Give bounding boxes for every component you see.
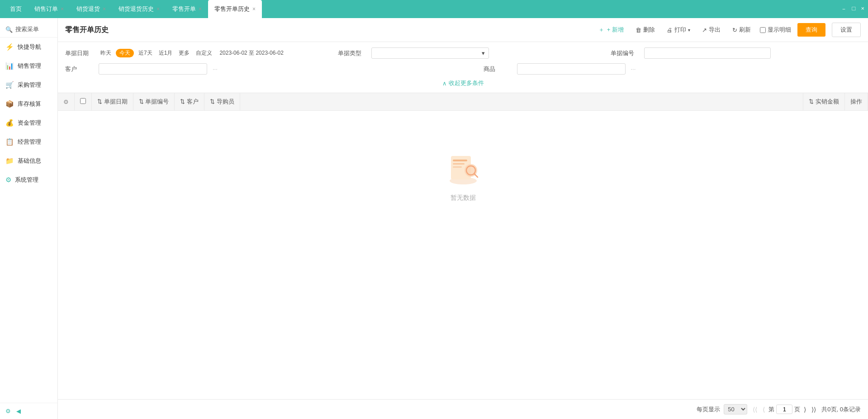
sidebar-item-operations[interactable]: 📋 经营管理 (0, 132, 57, 151)
display-detail-toggle[interactable]: 显示明细 (760, 26, 791, 34)
filter-area: 单据日期 昨天 今天 近7天 近1月 更多 自定义 2023-06-02 至 2… (58, 42, 868, 93)
page-input[interactable] (776, 405, 792, 414)
tab-retail-open-history[interactable]: 零售开单历史 × (208, 0, 262, 18)
date-btn-custom[interactable]: 自定义 (194, 49, 214, 57)
delete-icon: 🗑 (636, 27, 641, 33)
table-header: ⚙ ⇅ 单据日期 ⇅ 单据编号 (58, 93, 868, 111)
svg-line-7 (474, 174, 478, 177)
select-all-checkbox[interactable] (80, 98, 86, 104)
query-button[interactable]: 查询 (797, 23, 825, 37)
sidebar-item-system[interactable]: ⚙ 系统管理 (0, 170, 57, 189)
data-table: ⚙ ⇅ 单据日期 ⇅ 单据编号 (58, 93, 868, 111)
last-page-btn[interactable]: ⟩⟩ (810, 405, 818, 414)
date-col-header: ⇅ 单据日期 (92, 93, 133, 111)
goods-filter-label: 商品 (484, 65, 511, 73)
date-btn-more[interactable]: 更多 (177, 49, 191, 57)
sidebar-item-inventory[interactable]: 📦 库存核算 (0, 94, 57, 113)
purchase-mgmt-icon: 🛒 (5, 81, 14, 89)
doc-type-label: 单据类型 (338, 49, 365, 57)
add-icon: ＋ (598, 26, 604, 34)
delete-button[interactable]: 🗑 删除 (633, 24, 658, 36)
checkbox-col-header (75, 93, 92, 111)
table-area: ⚙ ⇅ 单据日期 ⇅ 单据编号 (58, 93, 868, 399)
total-info: 共0页, 0条记录 (821, 405, 861, 414)
quick-nav-icon: ⚡ (5, 43, 14, 51)
refresh-icon: ↻ (732, 27, 737, 33)
date-filter-label: 单据日期 (65, 49, 92, 57)
export-icon: ↗ (702, 27, 707, 33)
date-filter-group: 单据日期 昨天 今天 近7天 近1月 更多 自定义 2023-06-02 至 2… (65, 49, 315, 57)
display-detail-checkbox[interactable] (760, 27, 766, 33)
close-tab-sales-return[interactable]: × (103, 6, 106, 12)
export-button[interactable]: ↗ 导出 (699, 24, 723, 36)
next-page-btn[interactable]: ⟩ (802, 405, 808, 414)
page-title: 零售开单历史 (65, 25, 596, 35)
print-dropdown-icon: ▾ (688, 28, 690, 33)
close-tab-sales-order[interactable]: × (61, 6, 64, 12)
per-page-select[interactable]: 50 10 20 100 (724, 404, 747, 414)
spacer-col-header (240, 93, 803, 111)
empty-icon (443, 147, 484, 188)
page-nav: ⟨⟨ ⟨ 第 页 ⟩ ⟩⟩ (751, 405, 818, 414)
add-button[interactable]: ＋ + 新增 (596, 24, 626, 36)
close-btn[interactable]: × (861, 5, 864, 13)
date-btn-week[interactable]: 近7天 (137, 49, 154, 57)
tab-sales-return-history[interactable]: 销货退货历史 × (112, 0, 166, 18)
window-controls: － □ × (841, 5, 864, 13)
tab-sales-return[interactable]: 销货退货 × (70, 0, 112, 18)
goods-filter-group: 商品 ··· (484, 63, 861, 75)
goods-input[interactable] (517, 63, 626, 75)
close-tab-retail-open[interactable]: × (199, 6, 202, 12)
refresh-button[interactable]: ↻ 刷新 (730, 24, 754, 36)
svg-rect-4 (453, 166, 462, 168)
print-button[interactable]: 🖨 打印 ▾ (664, 24, 693, 36)
actions-col-header: 操作 (845, 93, 868, 111)
customer-input[interactable] (99, 63, 207, 75)
first-page-btn[interactable]: ⟨⟨ (751, 405, 759, 414)
close-tab-sales-return-history[interactable]: × (157, 6, 160, 12)
toolbar-actions: ＋ + 新增 🗑 删除 🖨 打印 ▾ ↗ 导出 ↻ (596, 23, 861, 37)
amount-col-header: ⇅ 实销金额 (803, 93, 845, 111)
main-area: 🔍 搜索采单 ⚡ 快捷导航 📊 销售管理 🛒 采购管理 📦 库存核算 💰 资金管… (0, 18, 868, 419)
date-btn-today[interactable]: 今天 (116, 49, 134, 57)
customer-dots[interactable]: ··· (211, 66, 219, 72)
settings-button[interactable]: 设置 (832, 23, 861, 37)
tab-home[interactable]: 首页 (4, 0, 28, 18)
pagination-bar: 每页显示 50 10 20 100 ⟨⟨ ⟨ 第 页 ⟩ ⟩⟩ 共0页, 0条记… (58, 399, 868, 419)
sidebar-item-quick-nav[interactable]: ⚡ 快捷导航 (0, 38, 57, 56)
tab-sales-order[interactable]: 销售订单 × (28, 0, 70, 18)
prev-page-btn[interactable]: ⟨ (761, 405, 767, 414)
sidebar-settings-icon[interactable]: ⚙ (5, 408, 11, 414)
svg-rect-3 (453, 163, 465, 165)
collapse-icon: ∧ (442, 80, 447, 87)
page-suffix: 页 (794, 405, 800, 414)
collapse-button[interactable]: ∧ 收起更多条件 (65, 79, 861, 87)
goods-dots[interactable]: ··· (629, 66, 638, 72)
number-col-header: ⇅ 单据编号 (133, 93, 175, 111)
per-page-label: 每页显示 (697, 405, 720, 414)
top-nav: 首页 销售订单 × 销货退货 × 销货退货历史 × 零售开单 × 零售开单历史 … (0, 0, 868, 18)
doc-number-input[interactable] (644, 47, 771, 59)
doc-type-select[interactable]: ▾ (371, 47, 489, 59)
content-area: 零售开单历史 ＋ + 新增 🗑 删除 🖨 打印 ▾ ↗ 导出 (58, 18, 868, 419)
table-gear-icon[interactable]: ⚙ (63, 99, 69, 105)
sidebar-item-purchase-mgmt[interactable]: 🛒 采购管理 (0, 75, 57, 94)
close-tab-retail-open-history[interactable]: × (252, 6, 256, 12)
finance-icon: 💰 (5, 119, 14, 127)
date-btn-yesterday[interactable]: 昨天 (99, 49, 113, 57)
customer-col-header: ⇅ 客户 (175, 93, 204, 111)
sidebar-item-sales-mgmt[interactable]: 📊 销售管理 (0, 56, 57, 75)
inventory-icon: 📦 (5, 100, 14, 108)
sidebar-search[interactable]: 🔍 搜索采单 (0, 22, 57, 38)
sidebar-item-basic-info[interactable]: 📁 基础信息 (0, 151, 57, 170)
sidebar-collapse-icon[interactable]: ◀ (16, 408, 21, 414)
date-btn-month[interactable]: 近1月 (157, 49, 175, 57)
minimize-btn[interactable]: － (841, 5, 847, 13)
search-icon: 🔍 (5, 26, 13, 33)
sidebar-item-finance[interactable]: 💰 资金管理 (0, 113, 57, 132)
print-icon: 🖨 (667, 27, 673, 33)
tab-retail-open[interactable]: 零售开单 × (166, 0, 208, 18)
maximize-btn[interactable]: □ (852, 5, 856, 13)
settings-col-header: ⚙ (58, 93, 75, 111)
sales-mgmt-icon: 📊 (5, 62, 14, 70)
